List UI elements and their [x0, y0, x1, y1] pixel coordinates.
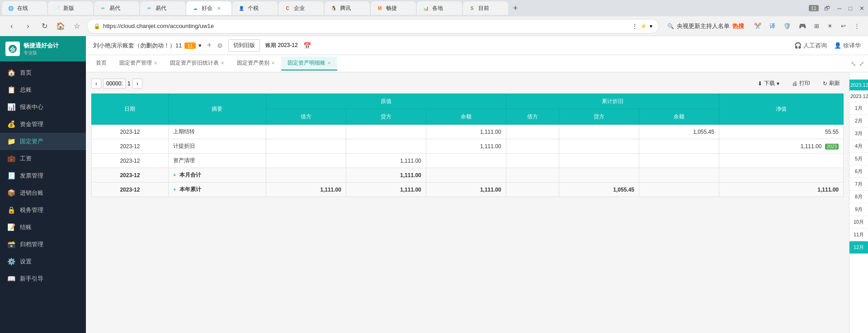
sidebar-item-general-ledger[interactable]: 📋 总账	[0, 81, 86, 98]
download-button[interactable]: ⬇ 下载 ▾	[754, 78, 783, 89]
col-header-net-value: 净值	[719, 94, 843, 125]
next-page-button[interactable]: ›	[132, 79, 142, 89]
minimize-icon[interactable]: ─	[835, 3, 843, 14]
period-item-2023-12-top[interactable]: 2023.12	[849, 80, 868, 91]
human-service[interactable]: 🎧 人工咨询	[794, 42, 827, 50]
close-browser-icon[interactable]: ✕	[858, 3, 866, 14]
tab-homepage[interactable]: 首页	[90, 56, 113, 70]
row2-orig-credit	[346, 139, 426, 154]
period-item-9[interactable]: 9月	[849, 203, 868, 216]
more-icon[interactable]: ⋮	[851, 21, 863, 31]
add-company-button[interactable]: +	[207, 41, 212, 50]
print-button[interactable]: 🖨 打印	[788, 78, 814, 89]
period-item-8[interactable]: 8月	[849, 191, 868, 203]
switch-version-button[interactable]: 切到旧版	[228, 39, 260, 52]
sidebar-item-home[interactable]: 🏠 首页	[0, 64, 86, 81]
brightness-icon[interactable]: ☀	[825, 21, 835, 31]
tab-fixed-asset-mgmt-label: 固定资产管理	[119, 59, 152, 67]
row5-summary: + 本年累计	[168, 183, 266, 197]
period-item-2023-12-2[interactable]: 2023.12	[849, 91, 868, 102]
period-item-3[interactable]: 3月	[849, 127, 868, 140]
download-dropdown-icon[interactable]: ▾	[777, 80, 779, 87]
shield-icon[interactable]: 🛡️	[781, 21, 793, 31]
tab-muqian[interactable]: S 目前	[463, 1, 508, 15]
user-profile[interactable]: 👤 徐译华	[834, 42, 861, 50]
period-item-4[interactable]: 4月	[849, 140, 868, 153]
tab-gedi[interactable]: 📊 各地	[417, 1, 462, 15]
tab-yidai1[interactable]: ✏ 易代	[94, 1, 139, 15]
sidebar-item-reports[interactable]: 📊 报表中心	[0, 98, 86, 116]
tab-asset-category[interactable]: 固定资产类别 ✕	[231, 56, 281, 70]
sidebar-item-sales-ledger[interactable]: 📦 进销台账	[0, 184, 86, 202]
sidebar-item-closing[interactable]: 📝 结账	[0, 219, 86, 236]
lightning-icon[interactable]: ⚡	[640, 23, 647, 29]
dropdown-arrow[interactable]: ▾	[198, 42, 202, 49]
tab-asset-detail-ledger[interactable]: 固定资产明细账 ✕	[281, 56, 337, 70]
tab-close-asset-category[interactable]: ✕	[271, 61, 275, 66]
tab-tengxun[interactable]: 🐧 腾讯	[325, 1, 370, 15]
headset-icon: 🎧	[794, 42, 802, 49]
new-tab-button[interactable]: +	[509, 2, 522, 14]
tab-geshui[interactable]: 👤 个税	[232, 1, 278, 15]
period-item-6[interactable]: 6月	[849, 165, 868, 178]
period-item-1[interactable]: 1月	[849, 102, 868, 115]
period-item-5[interactable]: 5月	[849, 153, 868, 165]
page-number-input[interactable]	[103, 79, 126, 89]
maximize-icon[interactable]: □	[847, 3, 854, 14]
tab-zaixin[interactable]: 🌐 在线	[2, 1, 47, 15]
payroll-icon: 💼	[7, 155, 15, 163]
tab-close-depreciation-stat[interactable]: ✕	[221, 61, 224, 66]
prev-page-button[interactable]: ‹	[91, 79, 101, 89]
forward-button[interactable]: ›	[22, 20, 34, 33]
tab-qiye[interactable]: C 企业	[278, 1, 324, 15]
sidebar-item-archive[interactable]: 🗃️ 归档管理	[0, 236, 86, 253]
period-item-2[interactable]: 2月	[849, 115, 868, 127]
tab-close-haohui[interactable]: ✕	[217, 6, 221, 11]
sidebar-item-payroll[interactable]: 💼 工资	[0, 150, 86, 167]
tab-yidai2[interactable]: ✏ 易代	[140, 1, 185, 15]
tab-close-asset-detail-ledger[interactable]: ✕	[327, 61, 331, 66]
sales-ledger-icon: 📦	[7, 189, 15, 197]
home-button[interactable]: 🏠	[54, 20, 67, 33]
scissors-icon[interactable]: ✂️	[751, 21, 764, 31]
tab-fixed-asset-mgmt[interactable]: 固定资产管理 ✕	[113, 56, 164, 70]
refresh-button[interactable]: ↻	[38, 20, 51, 33]
restore-window-icon[interactable]: 🗗	[822, 3, 832, 14]
tab-changjie[interactable]: M 畅捷	[371, 1, 416, 15]
period-item-11[interactable]: 11月	[849, 229, 868, 241]
lock-period-icon[interactable]: 📅	[303, 42, 311, 49]
tab-depreciation-stat[interactable]: 固定资产折旧统计表 ✕	[164, 56, 231, 70]
sidebar-item-settings[interactable]: ⚙️ 设置	[0, 253, 86, 270]
row2-orig-debit	[266, 139, 346, 154]
tab-haohui[interactable]: ☁ 好会 ✕	[186, 1, 231, 15]
sidebar-item-funds[interactable]: 💰 资金管理	[0, 116, 86, 133]
tab-close-fixed-asset-mgmt[interactable]: ✕	[154, 61, 157, 66]
translate-icon[interactable]: 译	[767, 20, 778, 32]
url-input-box[interactable]: 🔒 https://cloud.chanjet.com/accounting/u…	[87, 19, 659, 33]
tab-xinban[interactable]: 📄 新版	[48, 1, 93, 15]
sidebar-item-tax[interactable]: 🔒 税务管理	[0, 202, 86, 219]
minimize-panel-icon[interactable]: ⤡	[851, 60, 856, 67]
sidebar-item-fixed-assets[interactable]: 📁 固定资产	[0, 133, 86, 150]
sidebar-item-reports-label: 报表中心	[20, 103, 43, 111]
refresh-label: 刷新	[829, 80, 840, 87]
browser-menu-icon[interactable]: ⋮	[632, 23, 637, 29]
sidebar-item-invoices[interactable]: 🧾 发票管理	[0, 167, 86, 184]
settings-button[interactable]: ⚙	[217, 42, 223, 49]
sidebar-item-guide[interactable]: 📖 新手引导	[0, 270, 86, 287]
bookmark-button[interactable]: ☆	[71, 20, 83, 33]
period-item-7[interactable]: 7月	[849, 178, 868, 191]
refresh-button[interactable]: ↻ 刷新	[819, 78, 844, 89]
maximize-panel-icon[interactable]: ⤢	[859, 60, 864, 67]
grid-icon[interactable]: ⊞	[811, 21, 822, 31]
back-button[interactable]: ‹	[5, 20, 18, 33]
month-3-label: 3月	[855, 131, 863, 136]
dropdown-icon[interactable]: ▾	[650, 23, 652, 29]
toolbar-icons: ✂️ 译 🛡️ 🎮 ⊞ ☀ ↩ ⋮	[751, 20, 863, 32]
sub-header-accum-balance: 余额	[639, 109, 719, 125]
period-item-10[interactable]: 10月	[849, 216, 868, 229]
period-item-12[interactable]: 12月	[849, 241, 868, 254]
sidebar-item-settings-label: 设置	[20, 258, 32, 266]
history-icon[interactable]: ↩	[838, 21, 849, 31]
game-icon[interactable]: 🎮	[796, 21, 809, 31]
